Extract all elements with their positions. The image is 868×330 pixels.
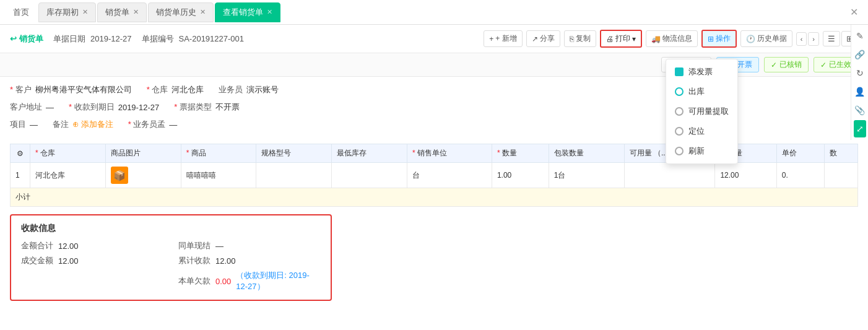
- plus-icon: ⊕: [72, 119, 81, 129]
- note-label: 备注: [53, 119, 69, 130]
- td-product: 嘻嘻嘻嘻: [181, 163, 256, 188]
- th-settings[interactable]: ⚙: [11, 144, 30, 163]
- td-min-stock: [332, 163, 407, 188]
- tab-inventory-init[interactable]: 库存期初 ✕: [38, 2, 96, 22]
- copy-button[interactable]: ⎘ 复制: [564, 30, 596, 47]
- cumulative-row: 累计收款 12.00: [178, 255, 321, 266]
- out-stock-label: 出库: [688, 86, 705, 97]
- number-label: 单据编号: [142, 33, 174, 45]
- add-invoice-item[interactable]: 添发票: [666, 62, 737, 82]
- doc-date-meta: 单据日期 2019-12-27: [53, 33, 132, 45]
- cumulative-label: 累计收款: [178, 255, 210, 266]
- th-product: 商品: [181, 144, 256, 163]
- refresh-item[interactable]: 刷新: [666, 141, 737, 161]
- out-stock-item[interactable]: 出库: [666, 82, 737, 102]
- nav-arrows: ‹ ›: [796, 32, 819, 46]
- locate-label: 定位: [688, 126, 705, 137]
- payment-box: 收款信息 金额合计 12.00 同单现结 — 成交金额 12.00 累计收款 1…: [10, 214, 332, 301]
- td-quantity: 1.00: [492, 163, 549, 188]
- td-product-img: 📦: [105, 163, 181, 188]
- operation-dropdown: 添发票 出库 可用量提取 定位 刷新: [666, 59, 738, 164]
- nav-next-button[interactable]: ›: [808, 32, 819, 46]
- grid-icon: ⊞: [708, 35, 714, 43]
- doc-number-meta: 单据编号 SA-20191227-001: [142, 33, 245, 45]
- cumulative-value: 12.00: [215, 256, 236, 266]
- th-unit-price: 单价: [776, 144, 824, 163]
- add-invoice-label: 添发票: [688, 66, 713, 77]
- operation-label: 操作: [716, 33, 731, 44]
- due-date-label: 收款到期日: [69, 102, 115, 113]
- customer-label: 客户: [10, 84, 32, 95]
- due-date-value: 2019-12-27: [118, 103, 160, 112]
- share-button[interactable]: ↗ 分享: [526, 30, 560, 47]
- available-qty-icon: [675, 107, 684, 116]
- global-close-button[interactable]: ✕: [845, 4, 863, 20]
- confirmed-button[interactable]: ✓ 已核销: [764, 57, 809, 72]
- history-button[interactable]: 🕐 历史单据: [740, 30, 792, 47]
- add-icon: +: [489, 35, 493, 43]
- sidebar-person-icon[interactable]: 👤: [852, 83, 867, 100]
- doc-actions: + + 新增 ↗ 分享 ⎘ 复制 🖨 打印 ▾ 🚚: [484, 30, 858, 48]
- history-label: 历史单据: [757, 33, 787, 44]
- date-value: 2019-12-27: [90, 34, 132, 43]
- same-order-row: 同单现结 —: [178, 240, 321, 251]
- doc-type-icon: ↩: [10, 34, 17, 43]
- subtotal-row: 小计: [11, 188, 858, 207]
- address-value: —: [46, 103, 54, 112]
- tab-home[interactable]: 首页: [5, 2, 37, 22]
- tab-view-label: 查看销货单: [223, 7, 263, 18]
- date-label: 单据日期: [53, 33, 85, 45]
- sidebar-link-icon[interactable]: 🔗: [852, 46, 867, 63]
- check-icon: ✓: [771, 61, 777, 69]
- print-button[interactable]: 🖨 打印 ▾: [600, 30, 642, 48]
- product-thumbnail: 📦: [111, 167, 128, 184]
- tab-sales-history[interactable]: 销货单历史 ✕: [148, 2, 214, 22]
- ticket-type-value: 不开票: [215, 102, 240, 113]
- list-view-button[interactable]: ☰: [823, 31, 840, 46]
- sidebar-attachment-icon[interactable]: 📎: [852, 102, 867, 119]
- same-order-label: 同单现结: [178, 240, 210, 251]
- th-quantity: 数量: [492, 144, 549, 163]
- available-qty-label: 可用量提取: [688, 106, 729, 117]
- sidebar-edit-icon[interactable]: ✎: [854, 27, 866, 45]
- nav-prev-button[interactable]: ‹: [796, 32, 807, 46]
- project-field: 项目 —: [10, 119, 38, 130]
- td-spec: [256, 163, 332, 188]
- tab-view-close[interactable]: ✕: [267, 8, 272, 16]
- tab-inventory-label: 库存期初: [46, 7, 79, 18]
- tab-history-close[interactable]: ✕: [200, 8, 206, 16]
- balance-value: 0.00: [215, 277, 231, 286]
- available-qty-item[interactable]: 可用量提取: [666, 102, 737, 121]
- address-field: 客户地址 —: [10, 102, 54, 113]
- refresh-icon: [675, 147, 684, 155]
- total-value: 12.00: [58, 241, 79, 251]
- payment-grid: 金额合计 12.00 同单现结 — 成交金额 12.00 累计收款 12.00: [21, 240, 321, 292]
- operation-button[interactable]: ⊞ 操作: [701, 30, 737, 48]
- table-row: 1 河北仓库 📦 嘻嘻嘻嘻 台 1.00 1台 12.00 0.: [11, 163, 858, 188]
- tab-sales-order[interactable]: 销货单 ✕: [97, 2, 147, 22]
- add-label: + 新增: [495, 33, 516, 44]
- tab-home-label: 首页: [13, 7, 29, 18]
- sidebar-rotate-icon[interactable]: ↻: [854, 64, 866, 82]
- tab-sales-close[interactable]: ✕: [133, 8, 139, 16]
- project-value: —: [30, 120, 38, 129]
- refresh-label: 刷新: [688, 145, 705, 157]
- locate-icon: [675, 127, 684, 136]
- add-note-button[interactable]: ⊕ 添加备注: [72, 119, 113, 130]
- locate-item[interactable]: 定位: [666, 121, 737, 141]
- confirmed-label: 已核销: [779, 59, 802, 70]
- subtotal-label: 小计: [11, 188, 858, 207]
- td-current-stock: 12.00: [715, 163, 776, 188]
- transaction-value: 12.00: [58, 256, 79, 266]
- tab-sales-label: 销货单: [105, 7, 129, 18]
- number-value: SA-20191227-001: [179, 34, 245, 43]
- logistics-button[interactable]: 🚚 物流信息: [646, 30, 698, 47]
- tab-inventory-close[interactable]: ✕: [82, 8, 88, 16]
- staff-value: 演示账号: [246, 84, 279, 95]
- tab-history-label: 销货单历史: [156, 7, 196, 18]
- sidebar-fullscreen-icon[interactable]: ⤢: [854, 120, 866, 137]
- customer-field: 客户 柳州粤港平安气体有限公司: [10, 84, 132, 95]
- tab-view-sales[interactable]: 查看销货单 ✕: [215, 2, 280, 22]
- total-label: 金额合计: [21, 240, 53, 251]
- add-button[interactable]: + + 新增: [484, 30, 522, 47]
